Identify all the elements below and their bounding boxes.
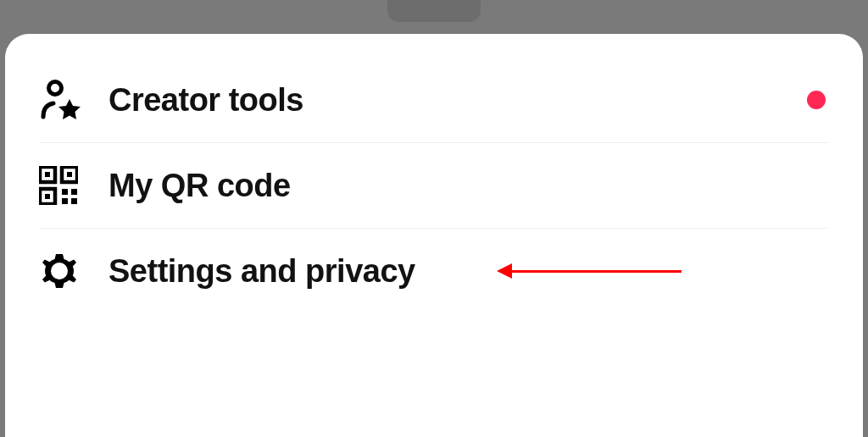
bottom-sheet-menu: Creator tools My QR code — [5, 34, 863, 437]
svg-point-11 — [51, 263, 68, 279]
svg-rect-7 — [62, 189, 68, 195]
menu-item-label: Settings and privacy — [108, 253, 415, 290]
svg-rect-6 — [45, 194, 50, 199]
svg-rect-8 — [71, 189, 77, 195]
menu-item-label: My QR code — [108, 168, 291, 204]
svg-rect-9 — [62, 198, 68, 204]
menu-item-qr-code[interactable]: My QR code — [5, 143, 863, 228]
svg-rect-10 — [71, 198, 77, 204]
menu-item-label: Creator tools — [108, 82, 303, 119]
notification-badge — [807, 91, 826, 109]
svg-rect-2 — [45, 172, 50, 177]
menu-item-creator-tools[interactable]: Creator tools — [5, 58, 863, 142]
qr-code-icon — [39, 167, 86, 204]
svg-rect-4 — [67, 172, 72, 177]
user-star-icon — [39, 81, 86, 119]
sheet-handle — [387, 0, 481, 22]
gear-icon — [39, 252, 86, 290]
menu-item-settings-privacy[interactable]: Settings and privacy — [5, 229, 863, 313]
svg-point-0 — [49, 82, 62, 95]
annotation-arrow — [497, 263, 682, 279]
